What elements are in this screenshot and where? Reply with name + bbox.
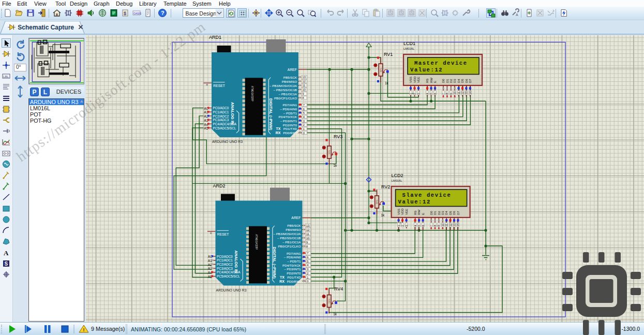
svg-text:PD2/INT0: PD2/INT0: [287, 271, 301, 275]
svg-text:RESET: RESET: [213, 84, 225, 88]
svg-text:– PB3/MOSI/OC2A: – PB3/MOSI/OC2A: [269, 84, 297, 88]
svg-text:VEE: VEE: [405, 209, 408, 215]
svg-text:13: 13: [302, 75, 306, 79]
svg-text:OASIS: OASIS: [133, 12, 141, 15]
svg-text:50%: 50%: [328, 299, 331, 303]
svg-text:PC1/ADC1: PC1/ADC1: [213, 110, 229, 114]
svg-text:D5: D5: [461, 79, 464, 83]
svg-text:7: 7: [430, 225, 433, 226]
svg-text:6: 6: [433, 93, 437, 94]
svg-text:8: 8: [445, 93, 448, 94]
svg-text:PC2/ADC2: PC2/ADC2: [213, 114, 229, 118]
svg-text:RX: RX: [279, 280, 284, 283]
svg-text:13: 13: [465, 91, 468, 94]
svg-text:8: 8: [433, 225, 437, 226]
svg-text:PC1/ADC1: PC1/ADC1: [217, 258, 233, 262]
svg-text:PD1/TXD: PD1/TXD: [283, 127, 297, 130]
svg-text:10: 10: [306, 236, 310, 240]
svg-text:RV3: RV3: [334, 134, 342, 139]
svg-text:13: 13: [453, 223, 456, 226]
svg-text:PB4/MISO: PB4/MISO: [282, 80, 297, 83]
svg-text:4: 4: [426, 93, 429, 94]
svg-text:2: 2: [401, 225, 404, 226]
svg-text:PD0/RXD: PD0/RXD: [283, 131, 297, 135]
svg-text:3: 3: [405, 225, 408, 226]
svg-text:D7: D7: [469, 79, 472, 83]
svg-text:ATMEGA328P: ATMEGA328P: [255, 235, 258, 250]
svg-text:ARD1: ARD1: [209, 35, 221, 40]
svg-text:LBL: LBL: [3, 75, 9, 78]
svg-text:D6: D6: [465, 79, 468, 83]
svg-text:AREF: AREF: [291, 216, 301, 220]
svg-text:– PD5/T1: – PD5/T1: [283, 111, 297, 115]
svg-text:D1: D1: [433, 211, 437, 215]
svg-text:D7: D7: [457, 211, 460, 215]
svg-text:PB5/SCK: PB5/SCK: [287, 224, 301, 227]
svg-text:D0: D0: [442, 79, 445, 83]
svg-text:D5: D5: [449, 211, 452, 215]
svg-text:VEE: VEE: [417, 77, 420, 83]
svg-text:PB5/SCK: PB5/SCK: [283, 76, 297, 79]
svg-text:3: 3: [417, 93, 420, 94]
svg-text:6: 6: [422, 225, 425, 226]
svg-text:ANALOG IN: ANALOG IN: [234, 251, 238, 273]
svg-text:PD2/INT0: PD2/INT0: [283, 123, 297, 127]
svg-text:TX: TX: [280, 275, 284, 279]
svg-text:PC4/ADC4/SDA: PC4/ADC4/SDA: [213, 122, 237, 126]
svg-text:1k: 1k: [381, 213, 385, 217]
svg-text:PD7/AIN1: PD7/AIN1: [282, 103, 297, 107]
svg-text:PC0/ADC0: PC0/ADC0: [217, 255, 233, 258]
svg-text:D2: D2: [450, 79, 453, 83]
svg-text:$: $: [124, 11, 126, 16]
svg-text:VDD: VDD: [401, 208, 404, 215]
svg-text:PB4/MISO: PB4/MISO: [286, 228, 301, 231]
svg-text:Value:12: Value:12: [398, 199, 431, 205]
svg-text:VDD: VDD: [413, 76, 416, 83]
svg-text:11: 11: [302, 83, 306, 87]
svg-text:12: 12: [449, 223, 452, 226]
svg-text:RV2: RV2: [381, 184, 390, 190]
svg-text:PC3/ADC3: PC3/ADC3: [213, 118, 229, 122]
svg-text:RV4: RV4: [334, 286, 343, 292]
svg-text:PD4/T0/XCK: PD4/T0/XCK: [282, 264, 301, 267]
svg-text:D4: D4: [457, 79, 460, 83]
svg-text:RX: RX: [276, 131, 281, 135]
svg-text:LCD1: LCD1: [403, 41, 415, 46]
svg-text:D3: D3: [441, 211, 444, 215]
svg-text:Master device: Master device: [410, 60, 468, 66]
svg-text:A: A: [516, 13, 518, 17]
svg-text:LM016L: LM016L: [403, 47, 415, 50]
svg-text:– PD3/INT1: – PD3/INT1: [284, 267, 301, 271]
svg-text:D1: D1: [446, 79, 449, 83]
svg-text:Value:12: Value:12: [410, 67, 443, 73]
svg-text:S: S: [5, 261, 8, 267]
svg-text:2: 2: [413, 93, 416, 94]
svg-text:PC5/ADC5/SCL: PC5/ADC5/SCL: [217, 274, 240, 278]
svg-text:E: E: [433, 81, 437, 83]
svg-text:RS: RS: [414, 211, 417, 215]
svg-text:– PB3/MOSI/OC2A: – PB3/MOSI/OC2A: [274, 232, 302, 236]
svg-text:1: 1: [409, 93, 412, 94]
svg-text:1k: 1k: [333, 312, 337, 316]
svg-text:D3: D3: [453, 79, 456, 83]
svg-text:PD4/T0/XCK: PD4/T0/XCK: [279, 115, 297, 119]
svg-text:D6: D6: [453, 211, 456, 215]
svg-text:– PB2/SS/OC1B: – PB2/SS/OC1B: [277, 236, 301, 240]
svg-text:D4: D4: [445, 211, 448, 215]
svg-text:?: ?: [161, 10, 164, 16]
svg-text:9: 9: [450, 93, 453, 94]
svg-text:ARD2: ARD2: [213, 183, 226, 188]
svg-text:10: 10: [441, 223, 444, 226]
svg-text:LM016L: LM016L: [392, 179, 403, 182]
svg-text:– PB2/SS/OC1B: – PB2/SS/OC1B: [274, 88, 297, 92]
svg-text:E: E: [422, 213, 425, 215]
svg-text:Slave device: Slave device: [398, 192, 452, 198]
svg-text:RS: RS: [426, 79, 429, 83]
svg-text:DIGITAL (~PWM): DIGITAL (~PWM): [272, 247, 277, 279]
svg-text:AREF: AREF: [288, 68, 297, 71]
svg-text:11: 11: [306, 232, 310, 236]
svg-text:12: 12: [306, 228, 310, 231]
svg-text:1k: 1k: [334, 164, 338, 167]
svg-text:PB0/CP1/CLKO: PB0/CP1/CLKO: [278, 244, 301, 248]
svg-text:PC3/ADC3: PC3/ADC3: [217, 267, 233, 270]
